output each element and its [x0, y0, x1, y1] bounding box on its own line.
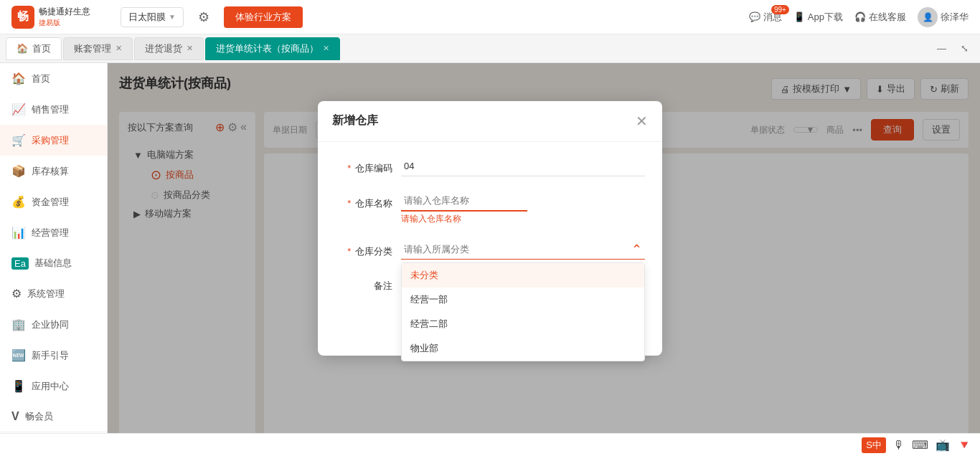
message-icon: 💬	[749, 11, 760, 22]
logo-text: 畅捷通好生意 捷易版	[39, 6, 90, 28]
dropdown-item-uncategorized[interactable]: 未分类	[402, 263, 644, 288]
new-warehouse-modal: 新增仓库 ✕ * 仓库编码	[318, 101, 662, 356]
top-right-area: 💬 消息 99+ 📱 App下载 🎧 在线客服 👤 徐泽华	[749, 7, 969, 27]
user-area[interactable]: 👤 徐泽华	[918, 7, 969, 27]
operations-icon: 📊	[11, 226, 26, 239]
store-selector[interactable]: 日太阳膜 ▼	[121, 7, 184, 27]
sidebar: 🏠 首页 📈 销售管理 🛒 采购管理 📦 库存核算 💰 资金管理 📊 经营管理 …	[0, 63, 108, 456]
logo-area: 畅 畅捷通好生意 捷易版	[11, 6, 112, 29]
sidebar-item-apps[interactable]: 📱 应用中心	[0, 371, 107, 402]
name-row: * 仓库名称 请输入仓库名称	[335, 191, 645, 225]
sidebar-item-sales[interactable]: 📈 销售管理	[0, 94, 107, 125]
tab-purchase-stats[interactable]: 进货单统计表（按商品） ✕	[205, 37, 340, 60]
category-row: * 仓库分类 ⌃ 未分类 经营一部 经营二部 物业部	[335, 239, 645, 260]
online-service-item[interactable]: 🎧 在线客服	[854, 11, 906, 24]
tab-bar: 🏠 首页 账套管理 ✕ 进货退货 ✕ 进货单统计表（按商品） ✕ — ⤡	[0, 34, 980, 63]
code-input[interactable]	[401, 156, 645, 176]
tab-home[interactable]: 🏠 首页	[6, 37, 62, 60]
name-label: * 仓库名称	[335, 191, 392, 210]
category-select-wrapper: ⌃ 未分类 经营一部 经营二部 物业部	[401, 239, 645, 260]
modal-close-button[interactable]: ✕	[636, 113, 648, 130]
category-input[interactable]	[401, 239, 645, 260]
member-icon: V	[11, 410, 19, 423]
enterprise-icon: 🏢	[11, 318, 26, 331]
content-area: 进货单统计(按商品) 🖨 按模板打印 ▼ ⬇ 导出 ↻ 刷新	[108, 63, 980, 456]
tab-close-icon[interactable]: ✕	[187, 44, 193, 53]
home-icon: 🏠	[17, 43, 28, 54]
bottom-bar: S中 🎙 ⌨ 📺 🔻	[0, 433, 980, 456]
category-arrow-icon[interactable]: ⌃	[631, 242, 642, 257]
tab-close-icon[interactable]: ✕	[323, 44, 329, 53]
money-icon: 💰	[11, 195, 26, 209]
tab-expand-button[interactable]: ⤡	[955, 40, 974, 57]
headset-icon: 🎧	[854, 11, 866, 22]
message-item[interactable]: 💬 消息 99+	[749, 11, 782, 24]
sidebar-item-home[interactable]: 🏠 首页	[0, 63, 107, 94]
phone-icon: 📱	[793, 11, 805, 22]
modal-overlay: 新增仓库 ✕ * 仓库编码	[108, 63, 980, 456]
name-input[interactable]	[401, 191, 527, 212]
code-label: * 仓库编码	[335, 156, 392, 175]
sidebar-item-inventory[interactable]: 📦 库存核算	[0, 156, 107, 186]
chart-icon: 📈	[11, 103, 26, 116]
sidebar-item-purchase[interactable]: 🛒 采购管理	[0, 125, 107, 156]
category-dropdown: 未分类 经营一部 经营二部 物业部	[401, 262, 645, 361]
dropdown-item-dept2[interactable]: 经营二部	[402, 312, 644, 336]
tab-controls: — ⤡	[931, 40, 974, 57]
notes-label: 备注	[335, 274, 392, 293]
home-icon: 🏠	[11, 72, 26, 85]
sidebar-item-basic[interactable]: Ea 基础信息	[0, 248, 107, 278]
tab-purchase-return[interactable]: 进货退货 ✕	[134, 37, 204, 60]
sidebar-item-operations[interactable]: 📊 经营管理	[0, 217, 107, 248]
category-label: * 仓库分类	[335, 239, 392, 258]
modal-header: 新增仓库 ✕	[318, 101, 662, 142]
tab-minimize-button[interactable]: —	[931, 40, 952, 57]
s-input-icon[interactable]: S中	[862, 437, 886, 453]
avatar: 👤	[918, 7, 938, 27]
top-bar: 畅 畅捷通好生意 捷易版 日太阳膜 ▼ ⚙ 体验行业方案 💬 消息 99+ 📱 …	[0, 0, 980, 34]
microphone-icon[interactable]: 🎙	[893, 439, 905, 452]
arrow-down-icon[interactable]: 🔻	[957, 438, 971, 452]
tv-icon[interactable]: 📺	[936, 438, 950, 452]
trial-button[interactable]: 体验行业方案	[224, 6, 303, 28]
dropdown-item-dept3[interactable]: 物业部	[402, 336, 644, 361]
name-error-msg: 请输入仓库名称	[401, 213, 461, 225]
settings-icon[interactable]: ⚙	[192, 6, 215, 29]
modal-title: 新增仓库	[332, 113, 378, 128]
sidebar-item-enterprise[interactable]: 🏢 企业协同	[0, 309, 107, 340]
sidebar-item-guide[interactable]: 🆕 新手引导	[0, 340, 107, 371]
modal-body: * 仓库编码 * 仓库名称	[318, 142, 662, 317]
sidebar-item-finance[interactable]: 💰 资金管理	[0, 186, 107, 217]
sidebar-item-member[interactable]: V 畅会员	[0, 402, 107, 432]
tab-account[interactable]: 账套管理 ✕	[63, 37, 133, 60]
logo-icon: 畅	[11, 6, 34, 29]
basic-info-icon: Ea	[11, 257, 29, 270]
main-layout: 🏠 首页 📈 销售管理 🛒 采购管理 📦 库存核算 💰 资金管理 📊 经营管理 …	[0, 63, 980, 456]
keyboard-icon[interactable]: ⌨	[912, 438, 928, 452]
tab-close-icon[interactable]: ✕	[116, 44, 122, 53]
app-download-item[interactable]: 📱 App下载	[793, 11, 843, 24]
code-row: * 仓库编码	[335, 156, 645, 176]
dropdown-item-dept1[interactable]: 经营一部	[402, 288, 644, 312]
cart-icon: 🛒	[11, 133, 26, 147]
guide-icon: 🆕	[11, 348, 26, 362]
sidebar-item-system[interactable]: ⚙ 系统管理	[0, 278, 107, 309]
box-icon: 📦	[11, 164, 26, 178]
chevron-down-icon: ▼	[169, 13, 176, 21]
system-icon: ⚙	[11, 287, 22, 300]
apps-icon: 📱	[11, 379, 26, 393]
